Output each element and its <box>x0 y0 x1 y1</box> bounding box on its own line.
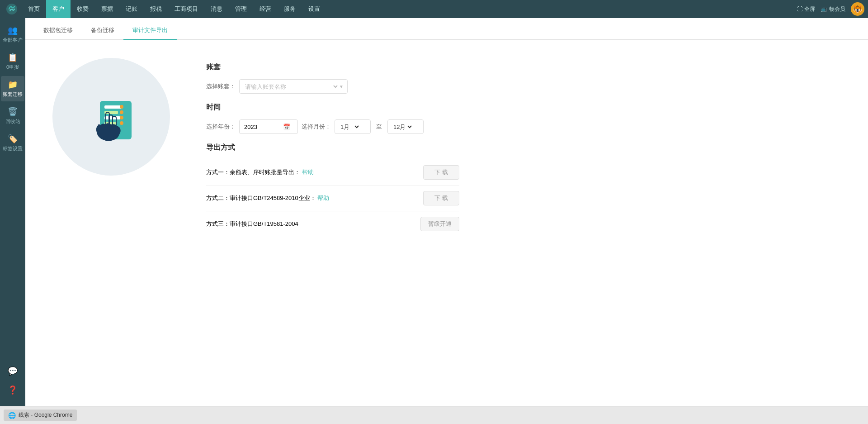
taskbar: 🌐 线索 - Google Chrome <box>0 406 868 424</box>
nav-manage[interactable]: 管理 <box>229 0 253 18</box>
page-content: 账套 选择账套： 请输入账套名称 ▼ 时间 选择年份： <box>25 40 868 406</box>
left-sidebar: 👥 全部客户 📋 0申报 📁 账套迁移 🗑️ 回收站 🏷️ 标签设置 💬 ❓ <box>0 18 25 406</box>
account-select-container[interactable]: 请输入账套名称 ▼ <box>239 79 348 94</box>
account-select-input[interactable]: 请输入账套名称 <box>243 83 339 91</box>
month-select-label: 选择月份： <box>302 123 331 131</box>
tab-backup-migration[interactable]: 备份迁移 <box>82 22 123 40</box>
sidebar-chat[interactable]: 💬 <box>1 362 24 380</box>
recycle-icon: 🗑️ <box>8 107 18 117</box>
export-method-1: 方式一：余额表、序时账批量导出： 帮助 下 载 <box>206 160 459 186</box>
nav-right-area: ⛶ 全屏 📺 畅会员 🐯 <box>797 2 864 16</box>
svg-point-8 <box>120 110 123 114</box>
tab-data-migration[interactable]: 数据包迁移 <box>34 22 82 40</box>
nav-bookkeeping[interactable]: 记账 <box>119 0 144 18</box>
vip-button[interactable]: 📺 畅会员 <box>821 5 845 13</box>
account-select-row: 选择账套： 请输入账套名称 ▼ <box>206 79 459 94</box>
method-3-open-button[interactable]: 暂缓开通 <box>420 217 459 231</box>
illustration <box>52 58 170 176</box>
content-area: 数据包迁移 备份迁移 审计文件导出 <box>25 18 868 406</box>
year-input[interactable] <box>244 124 280 130</box>
nav-service[interactable]: 服务 <box>278 0 302 18</box>
export-method-2: 方式二：审计接口GB/T24589-2010企业： 帮助 下 载 <box>206 186 459 211</box>
sidebar-item-tags[interactable]: 🏷️ 标签设置 <box>1 130 24 156</box>
year-input-container[interactable]: 📅 <box>239 119 298 134</box>
nav-client[interactable]: 客户 <box>46 0 71 18</box>
nav-business[interactable]: 工商项目 <box>168 0 204 18</box>
year-select-label: 选择年份： <box>206 123 236 131</box>
nav-operation[interactable]: 经营 <box>253 0 278 18</box>
time-separator: 至 <box>376 123 382 131</box>
nav-invoice[interactable]: 票据 <box>95 0 119 18</box>
chrome-icon: 🌐 <box>8 412 16 419</box>
end-month-select-container[interactable]: 1月2月3月4月 5月6月7月8月 9月10月11月 12月 <box>387 119 424 134</box>
account-select-label: 选择账套： <box>206 82 236 91</box>
fullscreen-button[interactable]: ⛶ 全屏 <box>797 5 815 13</box>
method-2-help-link[interactable]: 帮助 <box>317 195 329 201</box>
top-navigation: 首页 客户 收费 票据 记账 报税 工商项目 消息 管理 经营 服务 设置 ⛶ … <box>0 0 868 18</box>
all-clients-icon: 👥 <box>8 25 18 35</box>
calendar-icon: 📅 <box>283 124 290 130</box>
tab-audit-export[interactable]: 审计文件导出 <box>123 22 177 40</box>
zero-declare-icon: 📋 <box>8 52 18 62</box>
sidebar-item-zero-declare[interactable]: 📋 0申报 <box>1 49 24 74</box>
end-month-select[interactable]: 1月2月3月4月 5月6月7月8月 9月10月11月 12月 <box>392 123 413 131</box>
start-month-select-container[interactable]: 1月2月3月4月 5月6月7月8月 9月10月11月12月 <box>335 119 371 134</box>
svg-point-10 <box>120 121 123 125</box>
start-month-select[interactable]: 1月2月3月4月 5月6月7月8月 9月10月11月12月 <box>339 123 360 131</box>
fullscreen-icon: ⛶ <box>797 6 802 12</box>
vip-icon: 📺 <box>821 6 827 12</box>
svg-point-9 <box>120 116 123 119</box>
nav-home[interactable]: 首页 <box>22 0 46 18</box>
svg-point-7 <box>120 105 123 109</box>
sidebar-item-all-clients[interactable]: 👥 全部客户 <box>1 22 24 47</box>
help-icon: ❓ <box>8 385 18 395</box>
method-1-download-button[interactable]: 下 载 <box>423 165 459 180</box>
taskbar-chrome[interactable]: 🌐 线索 - Google Chrome <box>4 410 77 421</box>
account-migration-icon: 📁 <box>8 80 18 90</box>
app-logo[interactable] <box>4 1 20 17</box>
tags-icon: 🏷️ <box>8 134 18 144</box>
account-section-title: 账套 <box>206 62 459 72</box>
method-2-download-button[interactable]: 下 载 <box>423 191 459 205</box>
nav-tax[interactable]: 报税 <box>144 0 168 18</box>
method-3-label: 方式三：审计接口GB/T19581-2004 <box>206 220 298 228</box>
nav-message[interactable]: 消息 <box>204 0 229 18</box>
nav-fee[interactable]: 收费 <box>71 0 95 18</box>
export-method-3: 方式三：审计接口GB/T19581-2004 暂缓开通 <box>206 211 459 237</box>
user-avatar[interactable]: 🐯 <box>851 2 864 16</box>
time-row: 选择年份： 📅 选择月份： 1月2月3月4月 5月6月7月8月 9月10月11月… <box>206 119 459 134</box>
method-1-label: 方式一：余额表、序时账批量导出： 帮助 <box>206 168 314 176</box>
sidebar-bottom: 💬 ❓ <box>1 362 24 402</box>
export-section-title: 导出方式 <box>206 143 459 152</box>
method-2-label: 方式二：审计接口GB/T24589-2010企业： 帮助 <box>206 194 329 202</box>
method-1-help-link[interactable]: 帮助 <box>302 169 314 176</box>
sidebar-item-account-migration[interactable]: 📁 账套迁移 <box>1 76 24 101</box>
chat-icon: 💬 <box>8 366 18 376</box>
tab-bar: 数据包迁移 备份迁移 审计文件导出 <box>25 18 868 40</box>
main-layout: 👥 全部客户 📋 0申报 📁 账套迁移 🗑️ 回收站 🏷️ 标签设置 💬 ❓ <box>0 18 868 406</box>
nav-menu: 首页 客户 收费 票据 记账 报税 工商项目 消息 管理 经营 服务 设置 <box>22 0 797 18</box>
time-section-title: 时间 <box>206 103 459 112</box>
dropdown-icon: ▼ <box>339 84 344 89</box>
sidebar-help[interactable]: ❓ <box>1 381 24 399</box>
form-panel: 账套 选择账套： 请输入账套名称 ▼ 时间 选择年份： <box>206 58 459 237</box>
sidebar-item-recycle[interactable]: 🗑️ 回收站 <box>1 103 24 129</box>
svg-rect-2 <box>104 105 123 109</box>
export-container: 账套 选择账套： 请输入账套名称 ▼ 时间 选择年份： <box>52 58 459 237</box>
nav-settings[interactable]: 设置 <box>302 0 326 18</box>
